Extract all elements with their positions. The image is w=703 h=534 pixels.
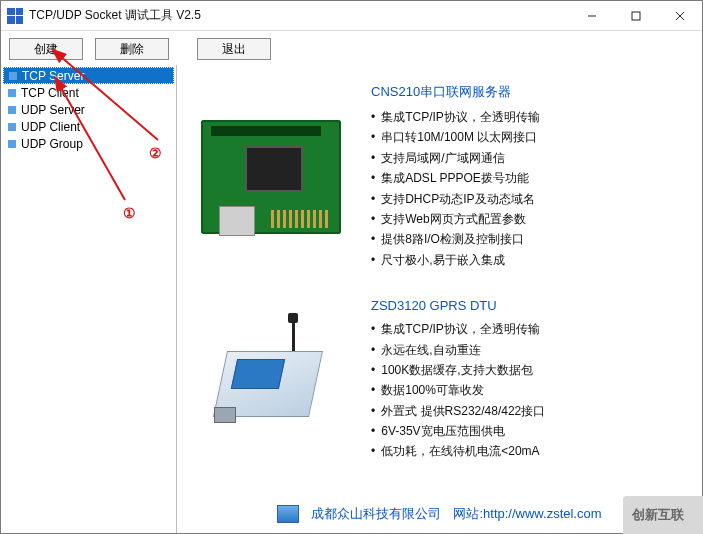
svg-rect-7 bbox=[8, 106, 16, 114]
sidebar-item-label: UDP Client bbox=[21, 120, 80, 134]
sidebar-item-udp-server[interactable]: UDP Server bbox=[3, 101, 174, 118]
sidebar-item-label: UDP Server bbox=[21, 103, 85, 117]
close-button[interactable] bbox=[658, 1, 702, 30]
footer-site-link[interactable]: http://www.zstel.com bbox=[483, 506, 601, 521]
product-feature-list: 集成TCP/IP协议，全透明传输 串口转10M/100M 以太网接口 支持局域网… bbox=[371, 107, 688, 270]
feature-item: 数据100%可靠收发 bbox=[371, 380, 688, 400]
window-controls bbox=[570, 1, 702, 30]
titlebar: TCP/UDP Socket 调试工具 V2.5 bbox=[1, 1, 702, 31]
window: TCP/UDP Socket 调试工具 V2.5 创建 删除 退出 T bbox=[0, 0, 703, 534]
node-icon bbox=[7, 88, 17, 98]
sidebar-item-udp-group[interactable]: UDP Group bbox=[3, 135, 174, 152]
feature-item: 支持局域网/广域网通信 bbox=[371, 148, 688, 168]
svg-rect-6 bbox=[8, 89, 16, 97]
feature-item: 外置式 提供RS232/48/422接口 bbox=[371, 401, 688, 421]
sidebar-item-udp-client[interactable]: UDP Client bbox=[3, 118, 174, 135]
product-info: ZSD3120 GPRS DTU 集成TCP/IP协议，全透明传输 永远在线,自… bbox=[371, 298, 688, 462]
svg-rect-5 bbox=[9, 72, 17, 80]
exit-button[interactable]: 退出 bbox=[197, 38, 271, 60]
svg-text:创新互联: 创新互联 bbox=[632, 507, 685, 522]
sidebar-item-label: UDP Group bbox=[21, 137, 83, 151]
sidebar-item-label: TCP Server bbox=[22, 69, 84, 83]
feature-item: 集成TCP/IP协议，全透明传输 bbox=[371, 107, 688, 127]
footer: 成都众山科技有限公司 网站:http://www.zstel.com bbox=[191, 491, 688, 533]
create-button[interactable]: 创建 bbox=[9, 38, 83, 60]
node-icon bbox=[7, 122, 17, 132]
feature-item: 集成TCP/IP协议，全透明传输 bbox=[371, 319, 688, 339]
product-image-dtu bbox=[191, 298, 351, 462]
node-icon bbox=[7, 139, 17, 149]
feature-item: 支持DHCP动态IP及动态域名 bbox=[371, 189, 688, 209]
delete-button[interactable]: 删除 bbox=[95, 38, 169, 60]
feature-item: 100K数据缓存,支持大数据包 bbox=[371, 360, 688, 380]
sidebar-item-label: TCP Client bbox=[21, 86, 79, 100]
node-icon bbox=[7, 105, 17, 115]
footer-logo bbox=[277, 505, 299, 523]
sidebar-item-tcp-server[interactable]: TCP Server bbox=[3, 67, 174, 84]
feature-item: 6V-35V宽电压范围供电 bbox=[371, 421, 688, 441]
feature-item: 支持Web网页方式配置参数 bbox=[371, 209, 688, 229]
svg-rect-8 bbox=[8, 123, 16, 131]
feature-item: 永远在线,自动重连 bbox=[371, 340, 688, 360]
feature-item: 提供8路I/O检测及控制接口 bbox=[371, 229, 688, 249]
annotation-mark-1: ① bbox=[123, 205, 136, 221]
product-info: CNS210串口联网服务器 集成TCP/IP协议，全透明传输 串口转10M/10… bbox=[371, 83, 688, 270]
minimize-button[interactable] bbox=[570, 1, 614, 30]
sidebar-item-tcp-client[interactable]: TCP Client bbox=[3, 84, 174, 101]
content: CNS210串口联网服务器 集成TCP/IP协议，全透明传输 串口转10M/10… bbox=[177, 65, 702, 533]
product-title: ZSD3120 GPRS DTU bbox=[371, 298, 688, 313]
product-cns210: CNS210串口联网服务器 集成TCP/IP协议，全透明传输 串口转10M/10… bbox=[191, 75, 688, 290]
svg-rect-1 bbox=[632, 12, 640, 20]
node-icon bbox=[8, 71, 18, 81]
body: TCP Server TCP Client UDP Server UDP Cli… bbox=[1, 65, 702, 533]
product-title: CNS210串口联网服务器 bbox=[371, 83, 688, 101]
product-feature-list: 集成TCP/IP协议，全透明传输 永远在线,自动重连 100K数据缓存,支持大数… bbox=[371, 319, 688, 462]
product-zsd3120: ZSD3120 GPRS DTU 集成TCP/IP协议，全透明传输 永远在线,自… bbox=[191, 290, 688, 482]
product-image-pcb bbox=[191, 83, 351, 270]
feature-item: 低功耗，在线待机电流<20mA bbox=[371, 441, 688, 461]
feature-item: 串口转10M/100M 以太网接口 bbox=[371, 127, 688, 147]
watermark: 创新互联 bbox=[623, 496, 703, 534]
app-icon bbox=[7, 8, 23, 24]
window-title: TCP/UDP Socket 调试工具 V2.5 bbox=[29, 7, 201, 24]
feature-item: 尺寸极小,易于嵌入集成 bbox=[371, 250, 688, 270]
sidebar: TCP Server TCP Client UDP Server UDP Cli… bbox=[1, 65, 177, 533]
toolbar: 创建 删除 退出 bbox=[1, 31, 702, 65]
footer-company: 成都众山科技有限公司 bbox=[311, 505, 441, 523]
feature-item: 集成ADSL PPPOE拨号功能 bbox=[371, 168, 688, 188]
svg-rect-9 bbox=[8, 140, 16, 148]
maximize-button[interactable] bbox=[614, 1, 658, 30]
footer-site-label: 网站: bbox=[453, 506, 483, 521]
